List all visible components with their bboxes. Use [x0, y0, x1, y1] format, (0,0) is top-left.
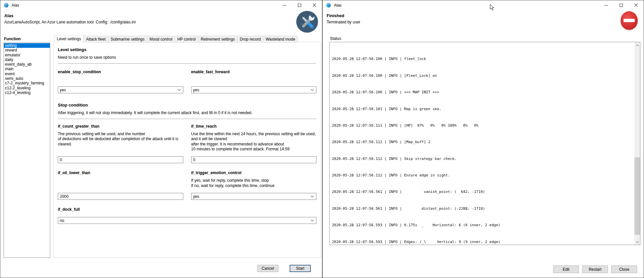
minimize-button[interactable] — [277, 0, 292, 10]
stop-sign-icon — [620, 11, 638, 31]
field-desc-if-time-reach: Use the time within the next 24 hours, t… — [191, 132, 317, 152]
settings-tab[interactable]: Level settings — [54, 35, 84, 43]
log-line: 2020-05-28 12:07:56.112 | INFO | [Map_bu… — [332, 140, 633, 144]
function-listbox[interactable]: setting reward emulator daily event_dail… — [4, 43, 50, 258]
function-list-label: Function — [4, 37, 21, 41]
section-desc-level-settings: Need to run once to save options — [58, 55, 316, 60]
field-label-if-time-reach: if_time_reach — [191, 124, 317, 129]
settings-tab[interactable]: Attack fleet — [84, 36, 108, 43]
run-status-subtitle: Terminated by user — [327, 20, 640, 24]
combobox-value: yes — [193, 88, 199, 92]
minimize-icon — [283, 5, 286, 6]
maximize-button[interactable] — [614, 0, 628, 10]
log-line: 2020-05-28 12:07:56.100 | INFO | fleet_l… — [332, 57, 633, 61]
function-list-item[interactable]: daily — [4, 57, 50, 62]
minimize-icon — [604, 5, 608, 6]
log-line: 2020-05-28 12:07:56.561 | INFO | distant… — [332, 207, 633, 211]
close-run-button[interactable]: Close — [611, 265, 637, 273]
function-list-item[interactable]: setting — [4, 43, 50, 48]
chevron-down-icon — [311, 218, 314, 222]
log-line: 2020-05-28 12:07:56.100 | INFO | [Fleet_… — [332, 74, 633, 78]
enable-fast-forward-combobox[interactable]: yes — [191, 86, 317, 93]
settings-tab[interactable]: Wasteland mode — [263, 36, 298, 43]
function-list-item[interactable]: c12-4_leveling — [4, 90, 50, 95]
titlebar[interactable]: Alas — [0, 0, 322, 10]
log-scrollbar[interactable] — [634, 42, 640, 245]
function-list-item[interactable]: event — [4, 72, 50, 76]
function-list-item[interactable]: c7-2_mystery_farming — [4, 81, 50, 85]
chevron-up-icon — [636, 44, 638, 47]
chevron-down-icon — [311, 194, 314, 198]
field-label-if-oil-lower-than: if_oil_lower_than — [58, 170, 183, 175]
start-button[interactable]: Start — [290, 265, 311, 272]
cancel-button[interactable]: Cancel — [257, 265, 278, 272]
edit-button[interactable]: Edit — [553, 265, 579, 273]
app-subtitle: AzurLaneAutoScript, An Azur Lane automat… — [4, 20, 318, 24]
maximize-button[interactable] — [292, 0, 307, 10]
if-count-greater-than-input[interactable] — [58, 156, 183, 163]
restart-button[interactable]: Restart — [582, 265, 608, 273]
if-dock-full-combobox[interactable]: no — [58, 217, 316, 224]
alas-logo-icon — [4, 3, 9, 8]
field-label-enable-fast-forward: enable_fast_forward — [191, 70, 317, 74]
titlebar[interactable]: Alas — [323, 0, 644, 10]
field-label-enable-stop-condition: enable_stop_condition — [58, 70, 183, 74]
chevron-down-icon — [311, 88, 314, 91]
enable-stop-condition-combobox[interactable]: yes — [58, 86, 183, 93]
function-list-item[interactable]: reward — [4, 48, 50, 52]
log-line: 2020-05-28 12:07:56.593 | INFO | Edges: … — [332, 240, 633, 244]
combobox-value: yes — [193, 194, 199, 199]
field-label-if-dock-full: if_dock_full — [58, 207, 316, 212]
settings-tab[interactable]: HP control — [175, 36, 198, 43]
close-button[interactable] — [307, 0, 322, 10]
section-title-stop-condition: Stop condition — [58, 103, 316, 108]
settings-tab[interactable]: Retirement settings — [198, 36, 237, 43]
status-log-box: 2020-05-28 12:07:56.100 | INFO | fleet_l… — [329, 42, 640, 245]
window-title: Alas — [334, 3, 341, 8]
field-desc-if-count-greater-than: The previous setting will be used, and t… — [58, 132, 183, 147]
run-status-title: Finished — [327, 13, 640, 18]
close-icon — [312, 3, 316, 7]
log-line: 2020-05-28 12:07:56.561 | INFO | vanish_… — [332, 190, 633, 194]
log-line: 2020-05-28 12:07:56.100 | INFO | <<< MAP… — [332, 90, 633, 95]
app-title: Alas — [4, 13, 318, 18]
close-button[interactable] — [628, 0, 643, 10]
scroll-up-button[interactable] — [634, 42, 640, 48]
settings-tab[interactable]: Mood control — [147, 36, 175, 43]
chevron-down-icon — [177, 88, 181, 91]
section-desc-stop-condition: After triggering, it will not stop immed… — [58, 110, 316, 115]
function-list-item[interactable]: c12-2_leveling — [4, 86, 50, 90]
chevron-down-icon — [636, 240, 638, 243]
status-groupbox-label: Status — [330, 36, 341, 41]
log-line: 2020-05-28 12:07:56.101 | INFO | Map is … — [332, 107, 633, 111]
function-list-item[interactable]: semi_auto — [4, 76, 50, 81]
alas-logo-icon — [326, 3, 331, 8]
combobox-value: no — [60, 218, 64, 223]
settings-tab[interactable]: Submarine settings — [108, 36, 147, 43]
settings-tab[interactable]: Drop record — [237, 36, 263, 43]
function-list-item[interactable]: emulator — [4, 53, 50, 57]
log-line: 2020-05-28 12:07:56.112 | INFO | Skip st… — [332, 157, 633, 161]
if-oil-lower-than-input[interactable] — [58, 193, 183, 200]
combobox-value: yes — [60, 88, 66, 92]
tools-badge-icon — [296, 11, 318, 33]
if-time-reach-input[interactable] — [191, 156, 317, 163]
field-desc-if-trigger-emotion-control: If yes, wait for reply, complete this ti… — [191, 178, 317, 188]
log-line: 2020-05-28 12:07:56.593 | INFO | 0.175s … — [332, 223, 633, 228]
maximize-icon — [620, 4, 623, 7]
alas-settings-window: Alas Alas AzurLaneAutoScript, An Azur La… — [0, 0, 322, 278]
function-list-item[interactable]: main — [4, 67, 50, 71]
function-list-item[interactable]: event_daily_ab — [4, 62, 50, 67]
status-log[interactable]: 2020-05-28 12:07:56.100 | INFO | fleet_l… — [332, 42, 633, 245]
settings-tabbar: Level settings Attack fleet Submarine se… — [54, 35, 298, 43]
log-line: 2020-05-28 12:07:56.111 | INFO | [HP] 97… — [332, 124, 633, 128]
field-label-if-count-greater-than: if_count_greater_than — [58, 124, 183, 129]
if-trigger-emotion-control-combobox[interactable]: yes — [191, 193, 317, 200]
separator — [58, 63, 316, 64]
minimize-button[interactable] — [599, 0, 614, 10]
log-line: 2020-05-28 12:07:56.112 | INFO | Ensure … — [332, 173, 633, 178]
scrollbar-thumb[interactable] — [634, 157, 640, 235]
scroll-down-button[interactable] — [634, 239, 640, 245]
close-icon — [634, 3, 638, 7]
alas-status-window: Alas Finished Terminated by user Status — [322, 0, 644, 278]
